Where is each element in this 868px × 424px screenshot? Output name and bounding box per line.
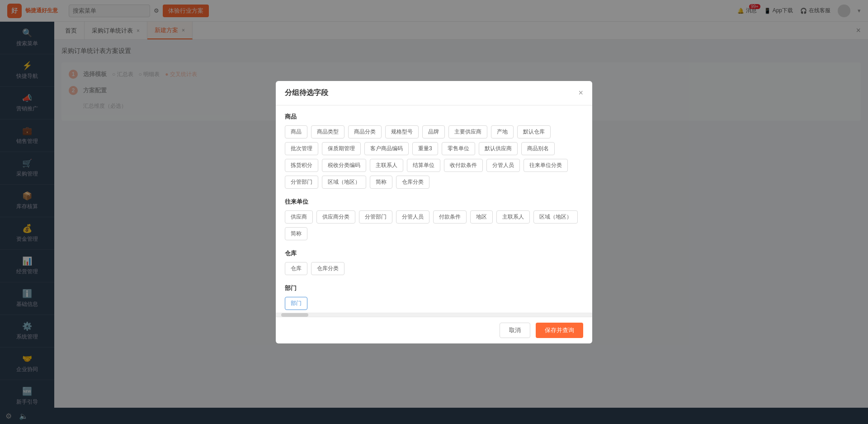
tag-spec-model[interactable]: 规格型号 — [385, 125, 419, 129]
dialog-header: 分组待选字段 × — [276, 81, 592, 105]
section-goods-title: 商品 — [285, 113, 583, 121]
tag-default-warehouse[interactable]: 默认仓库 — [517, 125, 551, 129]
dialog-body[interactable]: 商品 商品 商品类型 商品分类 规格型号 品牌 主要供应商 产地 默认仓库 批次… — [276, 105, 592, 129]
dialog-close-button[interactable]: × — [578, 88, 583, 98]
tag-goods[interactable]: 商品 — [285, 125, 307, 129]
modal-overlay: 分组待选字段 × 商品 商品 商品类型 商品分类 规格型号 品牌 主要供应商 产… — [0, 0, 868, 128]
tag-brand[interactable]: 品牌 — [422, 125, 445, 129]
tag-goods-type[interactable]: 商品类型 — [311, 125, 344, 129]
dialog: 分组待选字段 × 商品 商品 商品类型 商品分类 规格型号 品牌 主要供应商 产… — [276, 81, 592, 129]
goods-tags: 商品 商品类型 商品分类 规格型号 品牌 主要供应商 产地 默认仓库 批次管理 … — [285, 125, 583, 129]
tag-origin[interactable]: 产地 — [491, 125, 514, 129]
tag-goods-category[interactable]: 商品分类 — [348, 125, 382, 129]
dialog-title: 分组待选字段 — [285, 88, 328, 98]
tag-main-supplier[interactable]: 主要供应商 — [448, 125, 487, 129]
section-goods: 商品 商品 商品类型 商品分类 规格型号 品牌 主要供应商 产地 默认仓库 批次… — [285, 113, 583, 129]
